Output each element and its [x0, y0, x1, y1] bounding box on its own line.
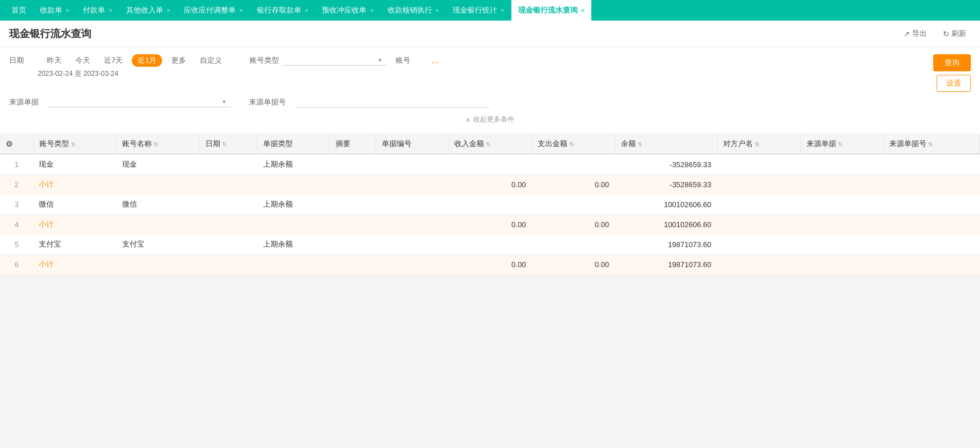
cell-doc_type — [257, 215, 330, 235]
cell-account_type: 微信 — [33, 195, 116, 215]
cell-doc_type — [257, 255, 330, 275]
cell-counterpart — [717, 235, 800, 255]
nav-tab-6[interactable]: 收款核销执行× — [381, 0, 446, 21]
cell-account_name — [116, 215, 200, 235]
cell-doc_type: 上期余额 — [257, 235, 330, 255]
source-doc-label: 来源单据 — [9, 97, 39, 107]
col-header-income[interactable]: 收入金额⇅ — [449, 134, 532, 154]
nav-tab-0[interactable]: 收款单× — [33, 0, 76, 21]
close-icon[interactable]: × — [305, 7, 308, 14]
close-icon[interactable]: × — [239, 7, 243, 14]
close-icon[interactable]: × — [167, 7, 170, 14]
cell-summary — [329, 195, 376, 215]
col-header-expense[interactable]: 支出金额⇅ — [531, 134, 615, 154]
cell-counterpart — [717, 195, 800, 215]
cell-account_name — [116, 175, 200, 195]
date-option-3[interactable]: 近1月 — [132, 54, 162, 67]
cell-doc_no — [376, 235, 449, 255]
cell-balance: 100102606.60 — [615, 215, 717, 235]
close-icon[interactable]: × — [108, 7, 112, 14]
cell-expense — [531, 195, 615, 215]
cell-doc_type: 上期余额 — [257, 154, 330, 175]
cell-doc_no — [376, 175, 449, 195]
cell-counterpart — [717, 215, 800, 235]
col-header-date[interactable]: 日期⇅ — [200, 134, 257, 154]
cell-account_name — [116, 255, 200, 275]
date-option-5[interactable]: 自定义 — [195, 54, 227, 67]
col-header-account_name[interactable]: 账号名称⇅ — [116, 134, 200, 154]
account-label: 账号 — [396, 55, 424, 66]
sort-icon-expense: ⇅ — [569, 141, 574, 147]
nav-tab-1[interactable]: 付款单× — [76, 0, 119, 21]
account-dots-button[interactable]: ... — [429, 55, 441, 66]
col-header-summary: 摘要 — [329, 134, 376, 154]
close-icon[interactable]: × — [581, 7, 584, 14]
close-icon[interactable]: × — [66, 7, 69, 14]
date-option-4[interactable]: 更多 — [167, 54, 191, 67]
cell-row_num: 4 — [0, 215, 33, 235]
cell-summary — [329, 175, 376, 195]
source-doc-no-label: 来源单据号 — [249, 97, 286, 107]
table-row: 4小计0.000.00100102606.60 — [0, 215, 980, 235]
nav-tab-8[interactable]: 现金银行流水查询× — [511, 0, 591, 21]
col-header-gear: ⚙ — [0, 134, 33, 154]
sort-icon-counterpart: ⇅ — [755, 141, 759, 147]
col-header-balance[interactable]: 余额⇅ — [615, 134, 717, 154]
cell-doc_type — [257, 175, 330, 195]
col-header-source_doc[interactable]: 来源单据⇅ — [800, 134, 884, 154]
table-row: 6小计0.000.0019871073.60 — [0, 255, 980, 275]
cell-expense: 0.00 — [531, 215, 615, 235]
col-header-account_type[interactable]: 账号类型⇅ — [33, 134, 116, 154]
cell-source_doc — [800, 195, 884, 215]
nav-tab-7[interactable]: 现金银行统计× — [446, 0, 511, 21]
source-doc-no-input[interactable] — [295, 96, 489, 108]
col-label-counterpart: 对方户名 — [723, 139, 753, 148]
date-option-0[interactable]: 昨天 — [42, 54, 66, 67]
cell-source_doc_no — [884, 195, 980, 215]
close-icon[interactable]: × — [501, 7, 504, 14]
cell-balance: 19871073.60 — [615, 235, 717, 255]
close-icon[interactable]: × — [370, 7, 373, 14]
table-row: 3微信微信上期余额100102606.60 — [0, 195, 980, 215]
cell-balance: -3528659.33 — [615, 175, 717, 195]
nav-tab-3[interactable]: 应收应付调整单× — [177, 0, 249, 21]
sort-icon-source_doc_no: ⇅ — [928, 141, 933, 147]
nav-tab-4[interactable]: 银行存取款单× — [250, 0, 315, 21]
query-button[interactable]: 查询 — [933, 54, 971, 71]
refresh-button[interactable]: ↻ 刷新 — [938, 26, 971, 41]
col-header-source_doc_no[interactable]: 来源单据号⇅ — [884, 134, 980, 154]
export-button[interactable]: ↗ 导出 — [899, 26, 931, 41]
account-type-label: 账号类型 — [249, 55, 279, 66]
close-icon[interactable]: × — [435, 7, 439, 14]
cell-date — [200, 154, 257, 175]
cell-source_doc — [800, 215, 884, 235]
col-label-account_name: 账号名称 — [122, 139, 152, 148]
sort-icon-date: ⇅ — [222, 141, 227, 147]
cell-account_type: 小计 — [33, 215, 116, 235]
data-table: ⚙账号类型⇅账号名称⇅日期⇅单据类型摘要单据编号收入金额⇅支出金额⇅余额⇅对方户… — [0, 134, 980, 275]
cell-row_num: 6 — [0, 255, 33, 275]
cell-date — [200, 235, 257, 255]
cell-income — [449, 195, 532, 215]
date-option-1[interactable]: 今天 — [71, 54, 95, 67]
source-doc-select[interactable]: ▾ — [48, 97, 231, 107]
gear-icon[interactable]: ⚙ — [6, 139, 13, 148]
table-container: ⚙账号类型⇅账号名称⇅日期⇅单据类型摘要单据编号收入金额⇅支出金额⇅余额⇅对方户… — [0, 134, 980, 275]
nav-tab-2[interactable]: 其他收入单× — [119, 0, 177, 21]
date-option-2[interactable]: 近7天 — [99, 54, 127, 67]
refresh-icon: ↻ — [943, 30, 949, 38]
col-label-date: 日期 — [205, 139, 220, 148]
cell-expense: 0.00 — [531, 175, 615, 195]
setting-button[interactable]: 设置 — [937, 75, 971, 92]
col-header-counterpart[interactable]: 对方户名⇅ — [717, 134, 800, 154]
cell-source_doc_no — [884, 235, 980, 255]
cell-source_doc_no — [884, 175, 980, 195]
cell-account_name: 现金 — [116, 154, 200, 175]
account-type-select[interactable]: ▾ — [284, 55, 386, 66]
cell-income: 0.00 — [449, 215, 532, 235]
cell-date — [200, 175, 257, 195]
nav-home[interactable]: 首页 — [5, 0, 33, 21]
cell-expense: 0.00 — [531, 255, 615, 275]
nav-tab-5[interactable]: 预收冲应收单× — [315, 0, 380, 21]
collapse-bar[interactable]: ∧ 收起更多条件 — [9, 112, 971, 127]
